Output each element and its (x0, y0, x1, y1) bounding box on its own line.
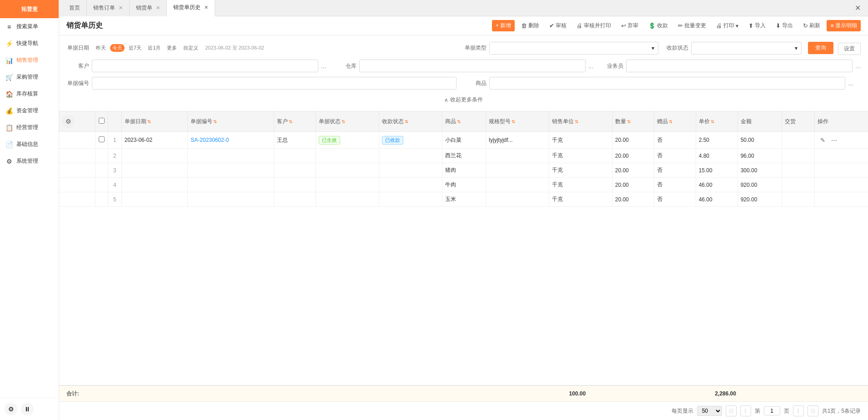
review-print-button[interactable]: 🖨 审核并打印 (573, 20, 615, 31)
tab-bar-close-all[interactable]: ✕ (851, 4, 864, 12)
shortcut-yesterday[interactable]: 昨天 (94, 44, 108, 52)
cell-spec (486, 192, 549, 207)
salesperson-dots[interactable]: ... (855, 62, 861, 70)
goods-dots[interactable]: ... (848, 80, 853, 87)
refresh-button[interactable]: ↻ 刷新 (799, 20, 824, 31)
close-tab-sales-order[interactable]: ✕ (119, 5, 123, 11)
delete-button[interactable]: 🗑 删除 (517, 20, 543, 31)
import-button[interactable]: ⬆ 导入 (745, 20, 769, 31)
tab-sales-order[interactable]: 销售订单 ✕ (87, 0, 130, 16)
warehouse-input[interactable] (359, 60, 586, 72)
show-detail-button[interactable]: ≡ 显示明细 (827, 20, 861, 31)
shortcut-more[interactable]: 更多 (165, 44, 179, 52)
sidebar-item-quick-nav[interactable]: ⚡ 快捷导航 (0, 35, 59, 52)
sort-goods[interactable]: 商品 ⇅ (445, 118, 483, 125)
tab-sales-goods-label: 销货单 (136, 4, 152, 12)
batch-change-button[interactable]: ✏ 批量变更 (674, 20, 710, 31)
sort-sales-unit[interactable]: 销售单位 ⇅ (552, 118, 609, 125)
setting-button[interactable]: 设置 (838, 43, 861, 55)
cell-doc-number (188, 192, 274, 207)
tab-sales-goods[interactable]: 销货单 ✕ (130, 0, 167, 16)
filter-doc-date: 单据日期 昨天 今天 近7天 近1月 更多 自定义 2023-06-02 至 2… (66, 44, 457, 52)
next-page-btn[interactable]: ⟩ (793, 405, 804, 416)
print-button[interactable]: 🖨 打印 ▾ (712, 20, 742, 31)
sort-qty[interactable]: 数量 ⇅ (615, 118, 651, 125)
goods-input[interactable] (489, 77, 846, 90)
select-all-checkbox[interactable] (99, 118, 105, 124)
page-input[interactable] (764, 406, 780, 415)
row-checkbox[interactable] (99, 136, 105, 142)
sort-gift[interactable]: 赠品 ⇅ (657, 118, 693, 125)
close-tab-sales-goods[interactable]: ✕ (156, 5, 160, 11)
sidebar-item-operations[interactable]: 📋 经营管理 (0, 119, 59, 136)
sidebar-item-purchase-mgmt[interactable]: 🛒 采购管理 (0, 69, 59, 85)
cell-collect-status: 已收款 (379, 132, 442, 149)
sort-spec[interactable]: 规格型号 ⇅ (489, 118, 546, 125)
tab-sales-history-label: 销货单历史 (173, 4, 201, 11)
collect-status-select[interactable]: ▾ (691, 42, 802, 55)
review-button[interactable]: ✔ 审核 (546, 20, 570, 31)
sidebar-item-inventory[interactable]: 🏠 库存核算 (0, 85, 59, 102)
abandon-button[interactable]: ↩ 弃审 (617, 20, 642, 31)
salesperson-input[interactable] (626, 60, 853, 72)
sort-doc-number[interactable]: 单据编号 ⇅ (191, 118, 271, 125)
table-settings-gear[interactable]: ⚙ (62, 115, 75, 128)
shortcut-7days[interactable]: 近7天 (126, 44, 144, 52)
sidebar-settings-btn[interactable]: ⚙ (5, 403, 17, 415)
shortcut-1month[interactable]: 近1月 (146, 44, 163, 52)
sidebar-item-label: 基础信息 (16, 140, 38, 148)
last-page-btn[interactable]: ⟩⟩ (808, 405, 818, 416)
shortcut-custom[interactable]: 自定义 (181, 44, 201, 52)
per-page-label: 每页显示 (672, 407, 693, 415)
sidebar-item-sales-mgmt[interactable]: 📊 销售管理 (0, 52, 59, 69)
cell-spec (486, 149, 549, 163)
first-page-btn[interactable]: ⟨⟨ (726, 405, 737, 416)
prev-page-btn[interactable]: ⟨ (740, 405, 751, 416)
doc-type-select[interactable]: ▾ (489, 42, 659, 55)
data-table-container: ⚙ 单据日期 ⇅ 单据编号 ⇅ (59, 111, 868, 385)
customer-dots[interactable]: ... (321, 62, 326, 70)
shortcut-today[interactable]: 今天 (110, 44, 125, 52)
page-title: 销货单历史 (66, 21, 103, 30)
cell-unit-price: 46.00 (696, 178, 738, 192)
review-print-icon: 🖨 (577, 22, 582, 29)
col-doc-number: 单据编号 ⇅ (188, 111, 274, 132)
doc-date-label: 单据日期 (66, 44, 89, 52)
warehouse-dots[interactable]: ... (588, 62, 594, 70)
cell-action (815, 149, 868, 163)
sort-collect-status[interactable]: 收款状态 ⇅ (382, 118, 439, 125)
collapse-icon: ∧ (444, 97, 448, 103)
collect-button[interactable]: 💲 收款 (645, 20, 672, 31)
new-button[interactable]: + 新增 (492, 20, 515, 31)
col-doc-status: 单据状态 ⇅ (316, 111, 379, 132)
system-icon: ⚙ (5, 158, 13, 165)
edit-action-btn[interactable]: ✎ (818, 135, 828, 145)
per-page-select[interactable]: 50 100 200 (697, 406, 722, 416)
cell-doc-number (188, 163, 274, 178)
customer-input[interactable] (92, 60, 318, 72)
sidebar-item-system[interactable]: ⚙ 系统管理 (0, 153, 59, 170)
close-tab-sales-history[interactable]: ✕ (204, 5, 208, 10)
sort-customer[interactable]: 客户 ⇅ (277, 118, 313, 125)
export-button[interactable]: ⬇ 导出 (772, 20, 797, 31)
sidebar-collapse-btn[interactable]: ⏸ (21, 403, 34, 415)
tab-sales-history[interactable]: 销货单历史 ✕ (167, 0, 215, 16)
table-row: 4 牛肉 千克 20.00 否 46.00 920.00 (59, 178, 868, 192)
collect-status-badge: 已收款 (382, 136, 403, 145)
tab-home[interactable]: 首页 (63, 0, 87, 16)
more-action-btn[interactable]: ⋯ (829, 135, 839, 145)
tab-sales-order-label: 销售订单 (93, 4, 115, 12)
sort-doc-status[interactable]: 单据状态 ⇅ (319, 118, 376, 125)
query-button[interactable]: 查询 (808, 42, 833, 54)
doc-number-link[interactable]: SA-20230602-0 (191, 137, 229, 143)
collapse-button[interactable]: ∧ 收起更多条件 (66, 94, 861, 105)
sidebar-item-finance[interactable]: 💰 资金管理 (0, 102, 59, 119)
cell-sales-unit: 千克 (549, 132, 612, 149)
sort-doc-date[interactable]: 单据日期 ⇅ (125, 118, 185, 125)
finance-icon: 💰 (5, 107, 13, 115)
sidebar-item-search-menu[interactable]: ≡ 搜索菜单 (0, 18, 59, 35)
sort-unit-price[interactable]: 单价 ⇅ (699, 118, 735, 125)
col-collect-status: 收款状态 ⇅ (379, 111, 442, 132)
doc-number-input[interactable] (92, 77, 457, 90)
sidebar-item-basic-info[interactable]: 📄 基础信息 (0, 136, 59, 153)
